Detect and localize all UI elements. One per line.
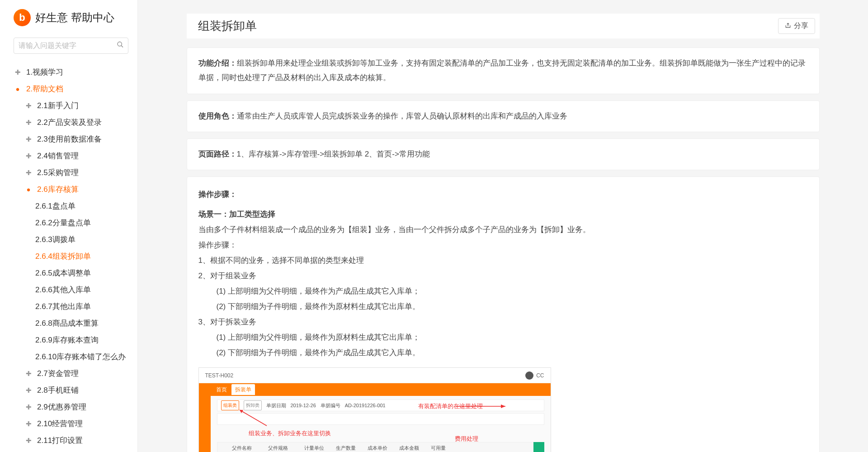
nav-item-2-2[interactable]: ✚2.2产品安装及登录 xyxy=(14,114,128,131)
nav-item-2-12[interactable]: ✚2.12系统个性化设置 xyxy=(14,449,128,452)
nav-item-2-7[interactable]: ✚2.7资金管理 xyxy=(14,365,128,382)
plus-icon: ✚ xyxy=(24,169,33,177)
embedded-screenshot: TEST-H002 CC 首页 拆装单 组装类 xyxy=(198,367,551,452)
plus-icon: ✚ xyxy=(24,403,33,411)
card-intro: 功能介绍：组装拆卸单用来处理企业组装或拆卸等加工业务，支持有固定装配清单的产品加… xyxy=(187,48,820,94)
nav-item-2-3[interactable]: ✚2.3使用前数据准备 xyxy=(14,131,128,147)
plus-icon: ✚ xyxy=(14,68,22,76)
nav-item-2-6-8[interactable]: 2.6.8商品成本重算 xyxy=(14,315,128,332)
step-2a: (1) 上部明细为父件明细，最终作为产成品生成其它入库单； xyxy=(198,284,808,299)
nav-item-2-6[interactable]: ●2.6库存核算 xyxy=(14,181,128,198)
page-title: 组装拆卸单 xyxy=(187,14,259,38)
nav-item-2-6-5[interactable]: 2.6.5成本调整单 xyxy=(14,265,128,281)
sp-col: 成本金额 xyxy=(399,443,426,452)
step-2: 2、对于组装业务 xyxy=(198,268,808,284)
plus-icon: ✚ xyxy=(24,102,33,110)
step-3a: (1) 上部明细为父件明细，最终作为原材料生成其它出库单； xyxy=(198,330,808,345)
nav-label: 2.2产品安装及登录 xyxy=(37,117,102,128)
nav-item-2-6-10[interactable]: 2.6.10库存账本错了怎么办 xyxy=(14,348,128,365)
sp-header-row: 父件名称 父件规格 计量单位 生产数量 成本单价 成本金额 可用量 xyxy=(217,442,544,452)
plus-icon: ✚ xyxy=(24,437,33,445)
nav-label: 2.6.9库存账本查询 xyxy=(35,335,99,345)
sp-top-right: CC xyxy=(536,370,544,381)
minus-icon: ● xyxy=(24,186,33,193)
search-wrap xyxy=(14,38,128,54)
sp-col: 父件名称 xyxy=(232,443,264,452)
nav-item-video[interactable]: ✚ 1.视频学习 xyxy=(14,64,128,81)
arrow-icon xyxy=(456,402,510,410)
sp-col: 生产数量 xyxy=(336,443,363,452)
logo-row: b 好生意 帮助中心 xyxy=(14,9,128,26)
steps-heading: 操作步骤： xyxy=(198,187,808,202)
nav-item-2-5[interactable]: ✚2.5采购管理 xyxy=(14,164,128,181)
share-button[interactable]: 分享 xyxy=(778,18,815,34)
nav-item-2-6-4[interactable]: 2.6.4组装拆卸单 xyxy=(14,248,128,265)
nav-label: 2.帮助文档 xyxy=(26,84,63,94)
plus-icon: ✚ xyxy=(24,386,33,395)
sidebar: b 好生意 帮助中心 ✚ 1.视频学习 ● 2.帮助文档 ✚2.1新手入门 ✚2… xyxy=(0,0,138,452)
sp-col: 父件规格 xyxy=(268,443,300,452)
share-icon xyxy=(785,22,791,30)
search-input[interactable] xyxy=(14,38,128,54)
card-role: 使用角色：通常由生产人员或库管人员完成拆装业务的操作，库管人员确认原材料的出库和… xyxy=(187,100,820,132)
title-row: 组装拆卸单 分享 xyxy=(187,14,820,38)
sp-col: 成本单价 xyxy=(368,443,395,452)
nav-item-2-6-3[interactable]: 2.6.3调拨单 xyxy=(14,231,128,248)
nav-label: 2.6.10库存账本错了怎么办 xyxy=(35,352,126,362)
intro-label: 功能介绍： xyxy=(198,59,237,67)
scene-desc: 当由多个子件材料组装成一个成品的业务为【组装】业务，当由一个父件拆分成多个子产品… xyxy=(198,222,808,238)
nav-item-2-9[interactable]: ✚2.9优惠券管理 xyxy=(14,399,128,415)
nav-label: 2.7资金管理 xyxy=(37,368,79,379)
svg-marker-5 xyxy=(501,404,505,408)
logo-icon: b xyxy=(14,9,31,26)
main: 组装拆卸单 分享 功能介绍：组装拆卸单用来处理企业组装或拆卸等加工业务，支持有固… xyxy=(138,0,868,452)
nav-label: 2.9优惠券管理 xyxy=(37,402,86,412)
nav-label: 2.8手机旺铺 xyxy=(37,385,79,395)
sp-code-label: 单据编号 xyxy=(321,400,340,410)
nav-item-2-6-2[interactable]: 2.6.2分量盘点单 xyxy=(14,214,128,231)
path-text: 1、库存核算->库存管理->组装拆卸单 2、首页->常用功能 xyxy=(237,150,430,158)
nav-item-2-6-6[interactable]: 2.6.6其他入库单 xyxy=(14,281,128,298)
nav-label: 2.6.1盘点单 xyxy=(35,201,75,211)
sp-col: 可用量 xyxy=(431,443,453,452)
nav-item-2-4[interactable]: ✚2.4销售管理 xyxy=(14,147,128,164)
nav-label: 2.5采购管理 xyxy=(37,167,79,178)
steps-sub-heading: 操作步骤： xyxy=(198,238,808,253)
nav-label: 2.6.5成本调整单 xyxy=(35,268,91,278)
sp-tabs: 首页 拆装单 xyxy=(211,383,551,396)
sp-col: 计量单位 xyxy=(304,443,331,452)
nav-item-2-6-9[interactable]: 2.6.9库存账本查询 xyxy=(14,332,128,348)
nav-item-2-11[interactable]: ✚2.11打印设置 xyxy=(14,432,128,449)
plus-icon: ✚ xyxy=(24,420,33,428)
app-title: 好生意 帮助中心 xyxy=(35,10,114,25)
steps-section: 操作步骤： 场景一：加工类型选择 当由多个子件材料组装成一个成品的业务为【组装】… xyxy=(187,176,820,452)
nav-label: 2.1新手入门 xyxy=(37,100,79,111)
step-3b: (2) 下部明细为子件明细，最终作为产成品生成其它入库单。 xyxy=(198,345,808,361)
step-1: 1、根据不同的业务，选择不同单据的类型来处理 xyxy=(198,253,808,268)
nav-label: 2.6.2分量盘点单 xyxy=(35,218,91,228)
sp-tab-active: 拆装单 xyxy=(231,384,255,395)
nav-item-2-10[interactable]: ✚2.10经营管理 xyxy=(14,415,128,432)
svg-line-1 xyxy=(121,46,123,48)
minus-icon: ● xyxy=(14,85,22,93)
nav-label: 2.6.3调拨单 xyxy=(35,234,75,245)
path-label: 页面路径： xyxy=(198,150,237,158)
sp-tab: 首页 xyxy=(216,384,227,395)
nav-item-docs[interactable]: ● 2.帮助文档 xyxy=(14,81,128,97)
sp-expand-button xyxy=(533,442,544,452)
nav-item-2-6-7[interactable]: 2.6.7其他出库单 xyxy=(14,298,128,315)
arrow-icon xyxy=(235,408,271,430)
nav-item-2-6-1[interactable]: 2.6.1盘点单 xyxy=(14,198,128,214)
nav-label: 2.6.8商品成本重算 xyxy=(35,318,99,328)
nav-label: 2.6.6其他入库单 xyxy=(35,285,91,295)
nav-label: 1.视频学习 xyxy=(26,67,63,77)
nav-item-2-1[interactable]: ✚2.1新手入门 xyxy=(14,97,128,114)
nav-item-2-8[interactable]: ✚2.8手机旺铺 xyxy=(14,382,128,399)
plus-icon: ✚ xyxy=(24,119,33,127)
intro-text: 组装拆卸单用来处理企业组装或拆卸等加工业务，支持有固定装配清单的产品加工业务，也… xyxy=(198,59,806,82)
scene-label: 场景一：加工类型选择 xyxy=(198,207,808,222)
plus-icon: ✚ xyxy=(24,370,33,378)
svg-point-0 xyxy=(118,42,122,46)
search-icon[interactable] xyxy=(117,41,124,51)
sp-code: AD-20191226-001 xyxy=(345,400,386,410)
